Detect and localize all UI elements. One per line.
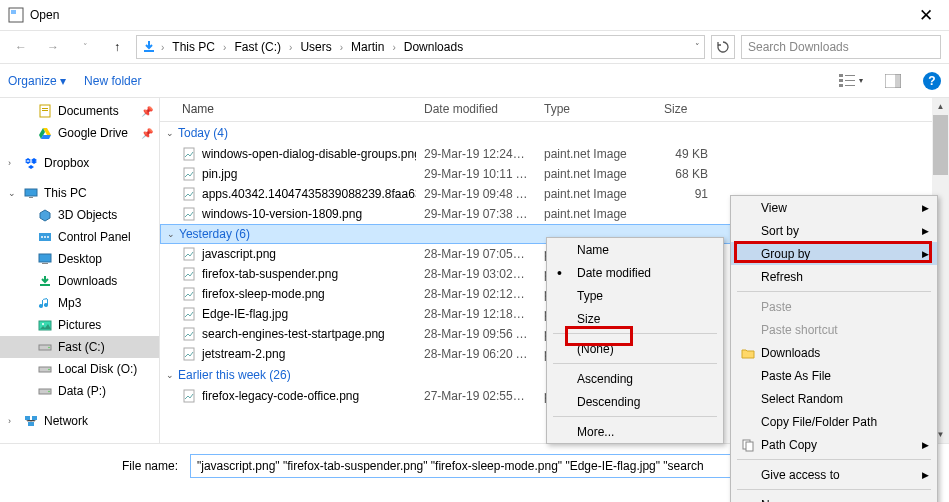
menu-item[interactable]: Size: [547, 307, 723, 330]
view-mode-button[interactable]: ▾: [839, 69, 863, 93]
context-menu-groupby: Name•Date modifiedTypeSize(None)Ascendin…: [546, 237, 724, 444]
file-icon: [182, 389, 196, 403]
file-icon: [182, 327, 196, 341]
help-button[interactable]: ?: [923, 72, 941, 90]
newfolder-button[interactable]: New folder: [84, 74, 141, 88]
menu-item[interactable]: Path Copy▶: [731, 433, 937, 456]
downloads-icon: [38, 274, 52, 288]
svg-rect-39: [184, 308, 194, 320]
bullet-icon: •: [557, 265, 562, 281]
sidebar-item[interactable]: Documents📌: [0, 100, 159, 122]
sidebar-item[interactable]: Local Disk (O:): [0, 358, 159, 380]
recent-dropdown[interactable]: ˅: [72, 34, 98, 60]
sidebar-item[interactable]: Desktop: [0, 248, 159, 270]
svg-rect-34: [184, 188, 194, 200]
sidebar-item[interactable]: Downloads: [0, 270, 159, 292]
breadcrumb[interactable]: › This PC› Fast (C:)› Users› Martin› Dow…: [136, 35, 705, 59]
organize-button[interactable]: Organize ▾: [8, 74, 66, 88]
scroll-thumb[interactable]: [933, 115, 948, 175]
refresh-button[interactable]: [711, 35, 735, 59]
menu-label: New: [761, 498, 785, 503]
menu-item[interactable]: Copy File/Folder Path: [731, 410, 937, 433]
titlebar: Open ✕: [0, 0, 949, 30]
bc-item[interactable]: This PC: [168, 40, 219, 54]
menu-item[interactable]: Type: [547, 284, 723, 307]
window-title: Open: [30, 8, 911, 22]
menu-item[interactable]: Give access to▶: [731, 463, 937, 486]
preview-pane-button[interactable]: [881, 69, 905, 93]
svg-rect-4: [839, 84, 843, 87]
bc-item[interactable]: Users: [296, 40, 335, 54]
menu-item[interactable]: (None): [547, 337, 723, 360]
svg-rect-19: [39, 254, 51, 262]
breadcrumb-dropdown[interactable]: ˅: [695, 42, 700, 52]
group-header[interactable]: ⌄Today (4): [160, 122, 932, 144]
sidebar-item[interactable]: Mp3: [0, 292, 159, 314]
navigation-bar: ← → ˅ ↑ › This PC› Fast (C:)› Users› Mar…: [0, 30, 949, 64]
submenu-arrow-icon: ▶: [922, 203, 929, 213]
sidebar-item[interactable]: Fast (C:): [0, 336, 159, 358]
menu-item[interactable]: More...: [547, 420, 723, 443]
menu-label: View: [761, 201, 787, 215]
file-type: paint.net Image: [536, 147, 656, 161]
menu-item[interactable]: Name: [547, 238, 723, 261]
svg-point-26: [48, 369, 50, 371]
search-input[interactable]: Search Downloads: [741, 35, 941, 59]
forward-button[interactable]: →: [40, 34, 66, 60]
expand-icon[interactable]: ›: [8, 416, 11, 426]
group-title: Earlier this week (26): [178, 368, 291, 382]
file-icon: [182, 307, 196, 321]
file-name: firefox-legacy-code-office.png: [202, 389, 359, 403]
menu-item[interactable]: Select Random: [731, 387, 937, 410]
sidebar-label: This PC: [44, 186, 87, 200]
close-button[interactable]: ✕: [911, 5, 941, 26]
menu-item[interactable]: New▶: [731, 493, 937, 502]
bc-item[interactable]: Fast (C:): [230, 40, 285, 54]
menu-item[interactable]: View▶: [731, 196, 937, 219]
menu-item[interactable]: Ascending: [547, 367, 723, 390]
col-size[interactable]: Size: [656, 98, 716, 121]
scroll-up[interactable]: ▲: [932, 98, 949, 115]
sidebar-label: Pictures: [58, 318, 101, 332]
bc-item[interactable]: Downloads: [400, 40, 467, 54]
svg-rect-11: [42, 108, 48, 109]
filename-label: File name:: [12, 459, 182, 473]
menu-item[interactable]: Paste As File: [731, 364, 937, 387]
sidebar-item[interactable]: Google Drive📌: [0, 122, 159, 144]
menu-item[interactable]: Downloads: [731, 341, 937, 364]
sidebar-label: Documents: [58, 104, 119, 118]
file-type: paint.net Image: [536, 187, 656, 201]
disk-icon: [38, 340, 52, 354]
menu-item[interactable]: Sort by▶: [731, 219, 937, 242]
sidebar-item[interactable]: Pictures: [0, 314, 159, 336]
expand-icon[interactable]: ›: [8, 158, 11, 168]
file-name: firefox-sleep-mode.png: [202, 287, 325, 301]
sidebar-item[interactable]: ›Dropbox: [0, 152, 159, 174]
svg-rect-1: [11, 10, 16, 14]
expand-icon[interactable]: ⌄: [8, 188, 16, 198]
sidebar-item[interactable]: ⌄This PC: [0, 182, 159, 204]
file-date: 28-Mar-19 07:05 P...: [416, 247, 536, 261]
col-date[interactable]: Date modified: [416, 98, 536, 121]
menu-item[interactable]: Descending: [547, 390, 723, 413]
menu-item[interactable]: Refresh: [731, 265, 937, 288]
bc-item[interactable]: Martin: [347, 40, 388, 54]
sidebar-label: Desktop: [58, 252, 102, 266]
sidebar-item[interactable]: ›Network: [0, 410, 159, 432]
file-icon: [182, 347, 196, 361]
file-row[interactable]: pin.jpg29-Mar-19 10:11 A...paint.net Ima…: [160, 164, 932, 184]
desktop-icon: [38, 252, 52, 266]
col-type[interactable]: Type: [536, 98, 656, 121]
menu-item[interactable]: •Date modified: [547, 261, 723, 284]
sidebar-label: Control Panel: [58, 230, 131, 244]
menu-item[interactable]: Group by▶: [731, 242, 937, 265]
col-name[interactable]: Name: [160, 98, 416, 121]
back-button[interactable]: ←: [8, 34, 34, 60]
up-button[interactable]: ↑: [104, 34, 130, 60]
file-row[interactable]: windows-open-dialog-disable-groups.png29…: [160, 144, 932, 164]
svg-rect-7: [845, 85, 855, 86]
sidebar-item[interactable]: 3D Objects: [0, 204, 159, 226]
sidebar-item[interactable]: Data (P:): [0, 380, 159, 402]
svg-rect-44: [746, 442, 753, 451]
sidebar-item[interactable]: Control Panel: [0, 226, 159, 248]
